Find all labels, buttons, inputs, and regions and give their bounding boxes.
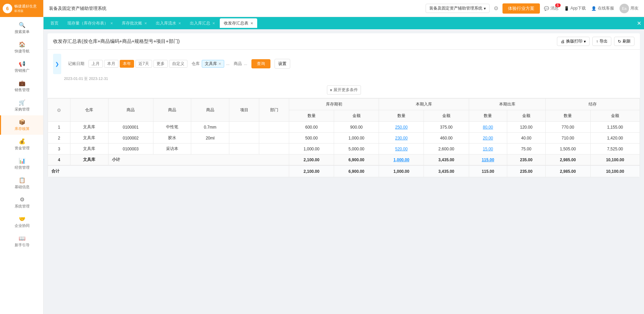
- sidebar-item-inventory[interactable]: 📦 库存核算: [0, 115, 43, 135]
- date-btn-更多[interactable]: 更多: [153, 60, 168, 68]
- export-button[interactable]: ↑ 导出: [592, 37, 611, 46]
- tab-recv_summary[interactable]: 收发存汇总表✕: [220, 18, 257, 28]
- expand-icon: ▾: [330, 88, 332, 93]
- row-in-qty[interactable]: 250.00: [379, 122, 424, 133]
- warehouse-tag-close[interactable]: ✕: [218, 62, 221, 66]
- query-button[interactable]: 查询: [251, 59, 270, 68]
- th-settings[interactable]: ⚙: [48, 99, 70, 122]
- user-action[interactable]: Ea 用友: [620, 4, 639, 13]
- finance-icon: 💰: [19, 138, 26, 145]
- sidebar-item-guide[interactable]: 📖 新手引导: [0, 232, 43, 251]
- row-balance-amount: 1,420.00: [590, 133, 640, 144]
- row-out-qty[interactable]: 80.00: [469, 122, 507, 133]
- messages-action[interactable]: 💬 消息 6: [544, 5, 559, 11]
- app-download-action[interactable]: 📱 App下载: [564, 5, 586, 11]
- purchase-icon: 🛒: [19, 99, 26, 106]
- th-out-amount: 金额: [507, 110, 546, 122]
- tab-bar-close[interactable]: ✕: [637, 20, 641, 27]
- tab-inout_summary[interactable]: 出入库汇总✕: [186, 18, 219, 28]
- settings-icon: ⚙: [57, 108, 61, 113]
- filter-toggle[interactable]: ❯: [53, 54, 61, 74]
- tab-close-batch_account[interactable]: ✕: [144, 21, 147, 25]
- date-btn-本年[interactable]: 本年: [120, 60, 134, 68]
- table-row: 3 文具库 0100003 采访本 1,000.00 5,000.00 520.…: [48, 144, 640, 154]
- row-begin-amount: 1,000.00: [334, 133, 379, 144]
- total-out-amount: 235.00: [507, 165, 546, 177]
- date-btn-近7天[interactable]: 近7天: [135, 60, 152, 68]
- row-in-qty[interactable]: 230.00: [379, 133, 424, 144]
- date-range-text: 2023-01-01 至 2023-12-31: [64, 77, 108, 81]
- trial-button[interactable]: 体验行业方案: [502, 3, 540, 14]
- gear-icon[interactable]: ⚙: [494, 5, 498, 12]
- sidebar-item-purchase[interactable]: 🛒 采购管理: [0, 96, 43, 115]
- goods-label: 商品: [234, 61, 242, 67]
- subtotal-out-qty[interactable]: 115.00: [469, 154, 507, 166]
- total-in-qty: 1,000.00: [379, 165, 424, 177]
- print-button[interactable]: 🖨 换版打印 ▾: [557, 37, 590, 46]
- collab-icon: 🤝: [19, 216, 26, 222]
- online-service-action[interactable]: 👤 在线客服: [591, 5, 614, 11]
- sidebar-item-system[interactable]: ⚙ 系统管理: [0, 193, 43, 212]
- logo-badge: 标准版: [14, 9, 37, 13]
- sidebar-label-base_info: 基础信息: [15, 184, 30, 189]
- th-in-qty: 数量: [379, 110, 424, 122]
- goods-more[interactable]: ...: [244, 61, 247, 66]
- row-in-qty[interactable]: 520.00: [379, 144, 424, 154]
- sidebar-logo: 6 畅捷通好生意 标准版: [0, 0, 43, 17]
- settings-button[interactable]: 设置: [275, 59, 290, 69]
- online-service-label: 在线客服: [598, 5, 614, 11]
- tab-inventory_dist[interactable]: 现存量（库存分布表）✕: [63, 18, 117, 28]
- tab-inout_flow[interactable]: 出入库流水✕: [152, 18, 185, 28]
- subtotal-begin-amount: 6,900.00: [334, 154, 379, 166]
- avatar-text: Ea: [622, 6, 626, 11]
- tab-close-inout_summary[interactable]: ✕: [212, 21, 215, 25]
- row-balance-amount: 7,525.00: [590, 144, 640, 154]
- sidebar-item-operations[interactable]: 📊 经营管理: [0, 154, 43, 173]
- subtotal-no: 4: [48, 154, 70, 166]
- sidebar-label-operations: 经营管理: [15, 165, 30, 170]
- sidebar-item-collab[interactable]: 🤝 企业协同: [0, 212, 43, 232]
- tab-bar: 首页现存量（库存分布表）✕库存批次账✕出入库流水✕出入库汇总✕收发存汇总表✕✕: [44, 17, 644, 29]
- date-btn-本月[interactable]: 本月: [104, 60, 118, 68]
- date-btn-自定义[interactable]: 自定义: [169, 60, 187, 68]
- row-goods-code: 0100003: [108, 144, 153, 154]
- guide-icon: 📖: [19, 235, 26, 242]
- date-btn-上月[interactable]: 上月: [88, 60, 103, 68]
- total-out-qty: 115.00: [469, 165, 507, 177]
- refresh-button[interactable]: ↻ 刷新: [614, 37, 634, 46]
- tab-close-inout_flow[interactable]: ✕: [178, 21, 181, 25]
- system-name: 装备及固定资产辅助管理系统: [49, 5, 422, 12]
- row-out-amount: 40.00: [507, 133, 546, 144]
- total-begin-amount: 6,900.00: [334, 165, 379, 177]
- sidebar-item-base_info[interactable]: 📋 基础信息: [0, 173, 43, 193]
- tab-close-inventory_dist[interactable]: ✕: [110, 21, 113, 25]
- warehouse-more[interactable]: ...: [226, 61, 230, 66]
- tab-batch_account[interactable]: 库存批次账✕: [118, 18, 151, 28]
- date-label: 记账日期: [68, 61, 84, 67]
- user-label: 用友: [630, 5, 639, 11]
- table-row: 2 文具库 0100002 胶水 20ml 500.00 1,000.00 23…: [48, 133, 640, 144]
- app-download-label: App下载: [571, 5, 586, 11]
- tab-home[interactable]: 首页: [46, 18, 63, 28]
- row-out-qty[interactable]: 20.00: [469, 133, 507, 144]
- tab-close-recv_summary[interactable]: ✕: [250, 21, 253, 25]
- sidebar-item-search[interactable]: 🔍 搜索菜单: [0, 18, 43, 38]
- sidebar-item-sales[interactable]: 💼 销售管理: [0, 77, 43, 96]
- subtotal-row: 4 文具库 小计 2,100.00 6,900.00 1,000.00 3,43…: [48, 154, 640, 166]
- th-goods-code: 商品: [108, 99, 153, 122]
- content-area: 收发存汇总表(按仓库+商品编码+商品+规格型号+项目+部门) 🖨 换版打印 ▾ …: [44, 29, 644, 314]
- subtotal-out-amount: 235.00: [507, 154, 546, 166]
- row-in-amount: 460.00: [424, 133, 469, 144]
- row-out-qty[interactable]: 15.00: [469, 144, 507, 154]
- sidebar-item-finance[interactable]: 💰 资金管理: [0, 135, 43, 154]
- subtotal-in-qty[interactable]: 1,000.00: [379, 154, 424, 166]
- operations-icon: 📊: [19, 158, 26, 164]
- th-balance-amount: 金额: [590, 110, 640, 122]
- system-dropdown[interactable]: 装备及固定资产辅助管理系统 ▾: [426, 4, 490, 13]
- system-icon: ⚙: [20, 196, 24, 203]
- goods-filter: 商品 ...: [234, 61, 247, 67]
- sidebar-item-marketing[interactable]: 📢 营销推广: [0, 57, 43, 77]
- sidebar-item-quick_nav[interactable]: 🏠 快捷导航: [0, 38, 43, 57]
- expand-button[interactable]: ▾ 展开更多条件: [327, 85, 361, 95]
- row-warehouse: 文具库: [70, 122, 108, 133]
